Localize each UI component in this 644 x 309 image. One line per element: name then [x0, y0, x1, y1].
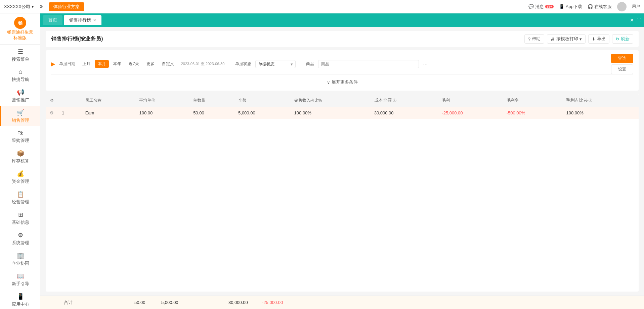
col-avg-price: 平均单价 [135, 94, 189, 107]
table-spacer [46, 119, 639, 292]
message-button[interactable]: 💬 消息 99+ [528, 4, 554, 10]
date-tab-7days[interactable]: 近7天 [126, 60, 142, 68]
date-tab-last-month[interactable]: 上月 [79, 60, 93, 68]
page-header: 销售排行榜(按业务员) ? 帮助 🖨 按模板打印 ▾ ⬇ 导出 [46, 31, 639, 47]
cell-gross-pct: 100.00% [562, 107, 639, 119]
sidebar-item-inventory[interactable]: 📦 库存核算 [0, 146, 40, 167]
sidebar-item-operation[interactable]: 📋 经营管理 [0, 187, 40, 208]
company-selector[interactable]: XXXXXX公司 ▾ [4, 4, 34, 10]
top-bar: XXXXXX公司 ▾ ⚙ 体验行业方案 💬 消息 99+ 📱 App下载 🎧 在… [0, 0, 644, 13]
finance-icon: 💰 [17, 170, 24, 177]
settings-icon[interactable]: ⚙ [37, 2, 46, 11]
date-tab-this-month[interactable]: 本月 [95, 60, 109, 68]
tab-close-icon[interactable]: ✕ [93, 18, 96, 22]
expand-more-button[interactable]: ∨ 展开更多条件 [327, 79, 358, 85]
system-icon: ⚙ [18, 231, 23, 239]
tab-expand-icon[interactable]: ⛶ [637, 17, 641, 23]
col-rank [58, 94, 81, 107]
query-button[interactable]: 查询 [611, 54, 633, 63]
help-button[interactable]: ? 帮助 [524, 34, 544, 44]
tab-home[interactable]: 首页 [43, 15, 62, 25]
expand-more-row: ∨ 展开更多条件 [51, 74, 633, 87]
date-tab-this-year[interactable]: 本年 [110, 60, 124, 68]
sidebar-item-label: 快捷导航 [12, 76, 29, 83]
table-body: ⚙ 1 Eam 100.00 50.00 5,000.00 100.00% 30… [46, 107, 639, 119]
date-tab-more[interactable]: 更多 [143, 60, 158, 68]
help-icon: ? [528, 37, 530, 42]
search-orders-icon: ☰ [18, 48, 23, 55]
sidebar-item-basic-info[interactable]: ⊞ 基础信息 [0, 208, 40, 228]
filter-row: ▶ 单据日期 上月 本月 本年 近7天 更多 自定义 2023-06-01 至 … [51, 54, 633, 74]
sidebar-item-label: 采购管理 [12, 138, 29, 144]
sidebar-item-system-mgmt[interactable]: ⚙ 系统管理 [0, 228, 40, 249]
content-area: 首页 销售排行榜 ✕ ✕ ⛶ 销售排行榜(按业务员) ? 帮助 [40, 13, 644, 309]
col-gross: 毛利 [438, 94, 502, 107]
print-button[interactable]: 🖨 按模板打印 ▾ [547, 34, 586, 44]
online-service-button[interactable]: 🎧 在线客服 [588, 4, 612, 10]
sidebar-item-label: 销售管理 [12, 117, 29, 123]
filter-setting-button[interactable]: 设置 [611, 64, 633, 74]
cell-avg-price: 100.00 [135, 107, 189, 119]
total-label: 合计 [64, 300, 104, 306]
filter-expand-icon[interactable]: ▶ [51, 61, 55, 67]
sidebar-item-beginner[interactable]: 📖 新手引导 [0, 269, 40, 290]
sidebar-item-finance[interactable]: 💰 资金管理 [0, 167, 40, 187]
logo-text: 畅康通好生意 标准版 [7, 30, 33, 41]
goods-input[interactable] [318, 60, 419, 68]
sidebar-item-label: 应用中心 [12, 301, 29, 307]
sidebar-item-marketing[interactable]: 📢 营销推广 [0, 85, 40, 106]
beginner-icon: 📖 [17, 272, 24, 280]
sidebar-item-search-orders[interactable]: ☰ 搜索菜单 [0, 45, 40, 65]
sidebar-item-sales-mgmt[interactable]: 🛒 销售管理 [0, 106, 40, 126]
message-label: 消息 [535, 4, 544, 10]
marketing-icon: 📢 [17, 89, 24, 96]
sidebar-item-purchase-mgmt[interactable]: 🛍 采购管理 [0, 126, 40, 146]
status-select[interactable]: 单据状态 [255, 60, 296, 68]
sidebar-item-label: 系统管理 [12, 240, 29, 246]
col-sales-pct: 销售收入占比% [290, 94, 370, 107]
col-amount: 全额 [234, 94, 290, 107]
date-range-text: 2023-06-01 至 2023-06-30 [181, 61, 225, 66]
purchase-icon: 🛍 [17, 130, 24, 137]
sidebar-item-app-center[interactable]: 📱 应用中心 [0, 290, 40, 309]
tab-close-all-icon[interactable]: ✕ [630, 17, 634, 23]
sidebar-item-enterprise-coop[interactable]: 🏢 企业协同 [0, 249, 40, 269]
col-settings[interactable]: ⚙ [46, 94, 58, 107]
avatar[interactable] [617, 2, 627, 11]
cell-settings[interactable]: ⚙ [46, 107, 58, 119]
sidebar-item-quick-nav[interactable]: ⌂ 快捷导航 [0, 65, 40, 85]
app-icon: 📱 [559, 4, 564, 9]
print-dropdown-icon: ▾ [579, 37, 582, 42]
main-layout: 畅 畅康通好生意 标准版 ☰ 搜索菜单 ⌂ 快捷导航 📢 营销推广 🛒 销售管理… [0, 13, 644, 309]
tab-sales-ranking[interactable]: 销售排行榜 ✕ [64, 15, 101, 25]
home-icon: ⌂ [19, 68, 23, 75]
refresh-button[interactable]: ↻ 刷新 [612, 34, 633, 44]
inventory-icon: 📦 [17, 150, 24, 157]
sidebar-item-label: 资金管理 [12, 178, 29, 185]
table-row: ⚙ 1 Eam 100.00 50.00 5,000.00 100.00% 30… [46, 107, 639, 119]
export-button[interactable]: ⬇ 导出 [588, 34, 609, 44]
sidebar-item-label: 经营管理 [12, 199, 29, 205]
gross-pct-info-icon[interactable]: ⓘ [589, 98, 592, 102]
refresh-icon: ↻ [616, 37, 619, 42]
app-download-button[interactable]: 📱 App下载 [559, 4, 582, 10]
enterprise-icon: 🏢 [17, 252, 24, 259]
cell-employee: Eam [81, 107, 135, 119]
trial-button[interactable]: 体验行业方案 [49, 2, 84, 11]
tab-bar-right: ✕ ⛶ [630, 17, 641, 23]
col-gross-pct: 毛利占比% ⓘ [562, 94, 639, 107]
total-cost: 30,000.00 [228, 300, 262, 305]
date-tab-custom[interactable]: 自定义 [159, 60, 177, 68]
sidebar-item-label: 营销推广 [12, 97, 29, 103]
sidebar-item-label: 库存核算 [12, 158, 29, 164]
sidebar-item-label: 企业协同 [12, 260, 29, 266]
sidebar: 畅 畅康通好生意 标准版 ☰ 搜索菜单 ⌂ 快捷导航 📢 营销推广 🛒 销售管理… [0, 13, 40, 309]
more-options-icon[interactable]: ··· [423, 61, 427, 67]
export-icon: ⬇ [592, 37, 596, 42]
page-actions: ? 帮助 🖨 按模板打印 ▾ ⬇ 导出 ↻ 刷新 [524, 34, 633, 44]
page-content: 销售排行榜(按业务员) ? 帮助 🖨 按模板打印 ▾ ⬇ 导出 [40, 27, 644, 296]
date-tabs: 上月 本月 本年 近7天 更多 自定义 [79, 60, 177, 68]
cost-info-icon[interactable]: ⓘ [393, 98, 396, 102]
col-quantity: 主数量 [189, 94, 234, 107]
col-gross-rate: 毛利率 [503, 94, 562, 107]
